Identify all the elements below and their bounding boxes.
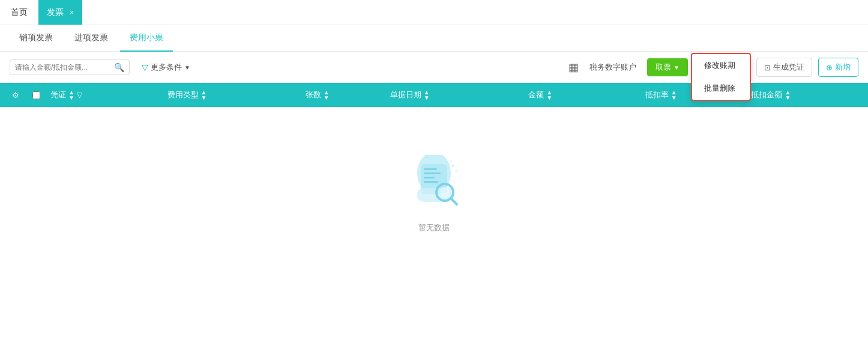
toolbar-left: 🔍 ▽ 更多条件 ▼ xyxy=(10,60,195,75)
empty-illustration xyxy=(404,155,464,215)
svg-point-9 xyxy=(452,165,454,167)
settings-icon[interactable]: ⚙ xyxy=(12,91,19,100)
svg-point-10 xyxy=(456,170,457,172)
top-nav: 首页 发票 × xyxy=(0,0,868,25)
nav-tab-fapiao[interactable]: 发票 × xyxy=(38,0,82,25)
sort-icon-deductrate[interactable]: ▲▼ xyxy=(671,90,677,100)
add-plus-icon: ⊕ xyxy=(826,63,833,72)
sub-tabs: 销项发票 进项发票 费用小票 xyxy=(0,25,868,52)
select-all-checkbox[interactable] xyxy=(32,91,40,99)
tab-feiyong[interactable]: 费用小票 xyxy=(120,25,173,52)
svg-rect-4 xyxy=(424,177,435,179)
th-deduct-amount: 抵扣金额 ▲▼ xyxy=(746,90,863,100)
th-expense-type: 费用类型 ▲▼ xyxy=(163,90,301,100)
tab-xiaoxiang[interactable]: 销项发票 xyxy=(10,25,62,52)
dropdown-item-modify-period[interactable]: 修改账期 xyxy=(692,54,750,77)
generate-label: 生成凭证 xyxy=(773,62,804,73)
th-checkbox[interactable] xyxy=(26,91,46,99)
sort-icon-voucher[interactable]: ▲▼ xyxy=(68,90,74,100)
search-input[interactable] xyxy=(15,63,114,72)
svg-point-7 xyxy=(439,187,450,198)
generate-icon: ⊡ xyxy=(764,63,771,72)
funnel-icon: ▽ xyxy=(142,63,148,72)
th-date: 单据日期 ▲▼ xyxy=(385,90,523,100)
tax-digital-label[interactable]: 税务数字账户 xyxy=(585,60,641,75)
sort-icon-date[interactable]: ▲▼ xyxy=(424,90,430,100)
filter-btn[interactable]: ▽ 更多条件 ▼ xyxy=(137,60,195,75)
sort-icon-deductamt[interactable]: ▲▼ xyxy=(785,90,791,100)
qupiao-button[interactable]: 取票 ▼ xyxy=(647,58,688,76)
search-icon[interactable]: 🔍 xyxy=(114,63,124,72)
nav-tab-label: 发票 xyxy=(47,7,64,18)
svg-rect-5 xyxy=(424,181,438,183)
add-button[interactable]: ⊕ 新增 xyxy=(818,58,858,77)
th-amount: 金额 ▲▼ xyxy=(523,90,640,100)
filter-label: 更多条件 xyxy=(151,62,182,73)
empty-state: 暂无数据 xyxy=(0,107,868,257)
qr-icon[interactable]: ▦ xyxy=(568,61,579,74)
svg-rect-3 xyxy=(424,172,441,174)
dropdown-item-batch-delete[interactable]: 批量删除 xyxy=(692,77,750,100)
empty-text: 暂无数据 xyxy=(418,222,450,233)
svg-point-11 xyxy=(450,160,452,162)
batch-dropdown-menu: 修改账期 批量删除 xyxy=(691,53,751,101)
th-voucher: 凭证 ▲▼ ▽ xyxy=(46,90,163,100)
sort-icon-count[interactable]: ▲▼ xyxy=(324,90,330,100)
nav-tab-close-icon[interactable]: × xyxy=(70,8,74,17)
th-settings[interactable]: ⚙ xyxy=(5,91,26,100)
qupiao-chevron-icon: ▼ xyxy=(674,64,680,71)
svg-rect-2 xyxy=(424,168,437,170)
search-box: 🔍 xyxy=(10,60,130,75)
nav-home[interactable]: 首页 xyxy=(0,0,38,25)
generate-voucher-button[interactable]: ⊡ 生成凭证 xyxy=(756,58,812,77)
filter-chevron-icon: ▼ xyxy=(184,64,190,71)
sort-icon-expense[interactable]: ▲▼ xyxy=(201,90,207,100)
svg-line-8 xyxy=(451,198,457,204)
th-count: 张数 ▲▼ xyxy=(301,90,385,100)
tab-jinxiang[interactable]: 进项发票 xyxy=(65,25,118,52)
sort-icon-amount[interactable]: ▲▼ xyxy=(546,90,552,100)
filter-icon-voucher[interactable]: ▽ xyxy=(77,91,82,99)
qupiao-label: 取票 xyxy=(656,62,671,73)
add-label: 新增 xyxy=(835,62,851,73)
